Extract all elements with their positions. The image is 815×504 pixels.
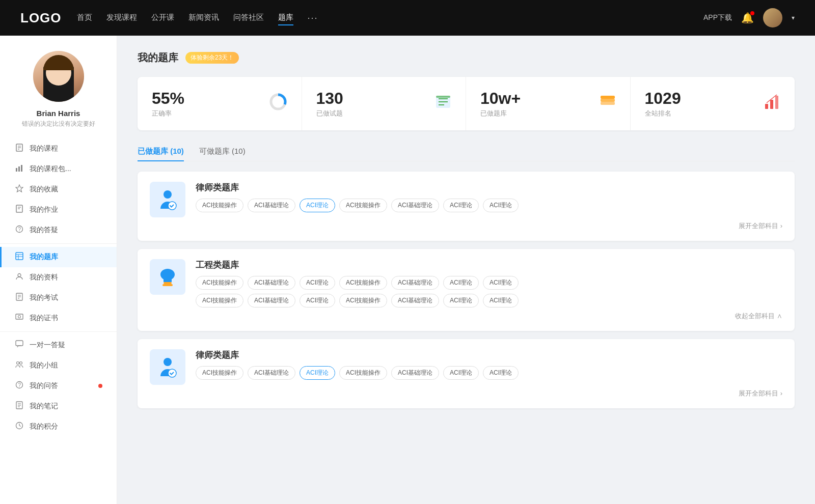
svg-text:?: ? — [18, 382, 21, 388]
qbank-tag[interactable]: ACI理论 — [483, 199, 519, 212]
qbank-tag[interactable]: ACI基础理论 — [248, 294, 295, 307]
nav-link-qa[interactable]: 问答社区 — [233, 11, 264, 25]
app-download-button[interactable]: APP下载 — [703, 13, 732, 22]
nav-avatar[interactable] — [763, 8, 782, 27]
tab-available-banks[interactable]: 可做题库 (10) — [199, 143, 246, 161]
sidebar-item-favorites[interactable]: 我的收藏 — [0, 179, 117, 200]
svg-rect-5 — [18, 166, 20, 172]
certificate-icon — [14, 313, 24, 323]
bar-chart-icon — [14, 164, 24, 174]
nav-more[interactable]: ··· — [308, 11, 318, 25]
page-header: 我的题库 体验剩余23天！ — [138, 51, 795, 65]
qbank-tag[interactable]: ACI技能操作 — [339, 366, 387, 380]
qbank-tag[interactable]: ACI理论 — [443, 294, 479, 307]
stat-done-questions: 130 已做试题 — [302, 77, 467, 130]
qbank-tag[interactable]: ACI基础理论 — [391, 366, 439, 380]
svg-rect-45 — [765, 104, 768, 109]
qbank-tag[interactable]: ACI技能操作 — [196, 199, 243, 212]
question-icon: ? — [14, 381, 24, 391]
bell-icon[interactable]: 🔔 — [741, 12, 754, 24]
qbank-lawyer2-icon-wrap — [150, 349, 185, 385]
qbank-card-lawyer2: 律师类题库 ACI技能操作 ACI基础理论 ACI理论 ACI技能操作 ACI基… — [138, 339, 795, 408]
qbank-lawyer-icon-wrap — [150, 182, 185, 217]
nav-link-home[interactable]: 首页 — [77, 11, 92, 25]
qbank-tag[interactable]: ACI理论 — [483, 294, 519, 307]
qbank-tag[interactable]: ACI技能操作 — [196, 294, 243, 307]
stack-icon — [600, 94, 616, 114]
svg-rect-50 — [164, 282, 172, 284]
nav-link-questions[interactable]: 题库 — [278, 11, 293, 25]
collapse-all-button[interactable]: 收起全部科目 ∧ — [735, 312, 782, 321]
sidebar-item-questions[interactable]: ? 我的答疑 — [0, 220, 117, 240]
sidebar-item-homework[interactable]: 我的作业 — [0, 200, 117, 220]
qbank-tag[interactable]: ACI技能操作 — [339, 276, 387, 290]
nav-link-discover[interactable]: 发现课程 — [106, 11, 137, 25]
expand-all-button-2[interactable]: 展开全部科目 › — [739, 389, 782, 398]
qbank-tag[interactable]: ACI理论 — [443, 276, 479, 290]
sidebar-label-group: 我的小组 — [30, 361, 102, 370]
qbank-card-lawyer1: 律师类题库 ACI技能操作 ACI基础理论 ACI理论 ACI技能操作 ACI基… — [138, 172, 795, 241]
qbank-tag[interactable]: ACI基础理论 — [391, 199, 439, 212]
list-icon — [435, 94, 451, 114]
sidebar-label-notes: 我的笔记 — [30, 402, 102, 411]
group-icon — [14, 360, 24, 371]
sidebar-item-certificate[interactable]: 我的证书 — [0, 308, 117, 328]
svg-rect-24 — [16, 341, 23, 346]
document-icon — [14, 144, 24, 154]
qbank-tag[interactable]: ACI基础理论 — [248, 276, 295, 290]
qbank-tag[interactable]: ACI技能操作 — [339, 199, 387, 212]
tab-done-banks[interactable]: 已做题库 (10) — [138, 143, 184, 161]
svg-rect-42 — [601, 102, 615, 105]
qbank-tag[interactable]: ACI基础理论 — [248, 199, 295, 212]
qbank-tag[interactable]: ACI基础理论 — [391, 294, 439, 307]
qbank-tag[interactable]: ACI理论 — [483, 366, 519, 380]
sidebar-item-mycourses[interactable]: 我的课程 — [0, 138, 117, 159]
qbank-tag[interactable]: ACI技能操作 — [196, 366, 243, 380]
sidebar-item-coursepack[interactable]: 我的课程包... — [0, 159, 117, 179]
svg-rect-22 — [16, 314, 23, 319]
sidebar-item-points[interactable]: 我的积分 — [0, 416, 117, 437]
qbank-tag[interactable]: ACI理论 — [300, 294, 335, 307]
svg-rect-4 — [16, 168, 17, 172]
sidebar: Brian Harris 错误的决定比没有决定要好 我的课程 我的课程包... … — [0, 36, 117, 504]
trial-badge: 体验剩余23天！ — [185, 52, 239, 64]
qbank-engineering-name: 工程类题库 — [196, 259, 782, 271]
exam-icon — [14, 293, 24, 303]
sidebar-menu: 我的课程 我的课程包... 我的收藏 我的作业 — [0, 138, 117, 437]
qbank-tag[interactable]: ACI理论 — [483, 276, 519, 290]
stat-rank-label: 全站排名 — [645, 109, 681, 118]
stats-row: 55% 正确率 130 已做试题 — [138, 77, 795, 130]
qbank-tag[interactable]: ACI技能操作 — [196, 276, 243, 290]
sidebar-item-questionbank[interactable]: 我的题库 — [0, 247, 117, 267]
homework-icon — [14, 205, 24, 215]
sidebar-label-homework: 我的作业 — [30, 205, 102, 214]
qbank-lawyer1-tags: ACI技能操作 ACI基础理论 ACI理论 ACI技能操作 ACI基础理论 AC… — [196, 199, 782, 212]
svg-point-17 — [18, 274, 21, 277]
qbank-tag[interactable]: ACI基础理论 — [391, 276, 439, 290]
sidebar-label-exam: 我的考试 — [30, 293, 102, 302]
nav-chevron-down-icon[interactable]: ▾ — [792, 14, 795, 21]
expand-all-button[interactable]: 展开全部科目 › — [739, 221, 782, 231]
main-content: 我的题库 体验剩余23天！ 55% 正确率 — [117, 36, 815, 504]
qbank-tag[interactable]: ACI理论 — [300, 276, 335, 290]
sidebar-item-exam[interactable]: 我的考试 — [0, 288, 117, 308]
sidebar-item-group[interactable]: 我的小组 — [0, 355, 117, 376]
sidebar-item-notes[interactable]: 我的笔记 — [0, 396, 117, 416]
qbank-tag-selected[interactable]: ACI理论 — [300, 366, 335, 380]
sidebar-item-tutor[interactable]: 一对一答疑 — [0, 335, 117, 355]
sidebar-avatar — [33, 51, 84, 102]
qbank-tag[interactable]: ACI基础理论 — [248, 366, 295, 380]
stat-accuracy: 55% 正确率 — [138, 77, 302, 130]
qbank-tag-selected[interactable]: ACI理论 — [300, 199, 335, 212]
pie-chart-icon — [269, 93, 287, 115]
stat-rank-value: 1029 — [645, 89, 681, 108]
sidebar-item-profile[interactable]: 我的资料 — [0, 267, 117, 288]
nav-link-open[interactable]: 公开课 — [151, 11, 174, 25]
qbank-tag[interactable]: ACI技能操作 — [339, 294, 387, 307]
qbank-tag[interactable]: ACI理论 — [443, 199, 479, 212]
nav-link-news[interactable]: 新闻资讯 — [188, 11, 219, 25]
qbank-tag[interactable]: ACI理论 — [443, 366, 479, 380]
qbank-engineering-tags: ACI技能操作 ACI基础理论 ACI理论 ACI技能操作 ACI基础理论 AC… — [196, 276, 782, 290]
sidebar-item-myquestions[interactable]: ? 我的问答 — [0, 376, 117, 396]
svg-rect-44 — [601, 96, 615, 99]
